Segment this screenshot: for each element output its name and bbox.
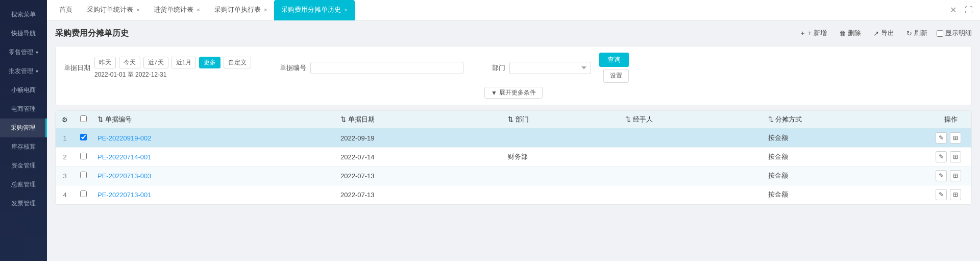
row-select-checkbox-1[interactable] [80, 134, 87, 140]
sidebar-item-search-menu[interactable]: 搜索菜单 [0, 5, 47, 24]
tab-purchase-order-stats[interactable]: 采购订单统计表× [80, 0, 146, 20]
row-select-checkbox-3[interactable] [80, 172, 87, 178]
order-no-field: 单据编号 [280, 62, 463, 74]
custom-btn[interactable]: 自定义 [224, 57, 251, 68]
th-checkbox [74, 111, 92, 129]
select-all-checkbox[interactable] [80, 115, 87, 122]
th-order-date[interactable]: ⇅ 单据日期 [335, 111, 503, 129]
last7days-btn[interactable]: 近7天 [143, 57, 168, 68]
edit-button-4[interactable]: ✎ [936, 189, 947, 200]
sidebar-item-purchase-mgmt[interactable]: 采购管理 [0, 118, 47, 137]
tab-purchase-cost-history[interactable]: 采购费用分摊单历史× [274, 0, 354, 20]
tab-close-purchase-order-exec[interactable]: × [264, 7, 267, 13]
action-buttons-3: ✎ ⊞ [936, 170, 966, 181]
sidebar-item-inventory[interactable]: 库存核算 [0, 137, 47, 156]
expand-row: ▼ 展开更多条件 [64, 87, 963, 99]
row-split-method-1: 按金额 [763, 129, 931, 148]
table-row: 2 PE-20220714-001 2022-07-14 财务部 按金额 ✎ ⊞ [56, 148, 971, 167]
sidebar-item-invoice-mgmt[interactable]: 发票管理 [0, 194, 47, 213]
tab-close-purchase-order-stats[interactable]: × [136, 7, 139, 13]
sidebar-item-finance-mgmt[interactable]: 资金管理 [0, 156, 47, 175]
sidebar-item-ecommerce-mgmt[interactable]: 电商管理 [0, 100, 47, 118]
tab-home[interactable]: 首页 [52, 0, 80, 20]
detail-button-3[interactable]: ⊞ [950, 170, 961, 181]
delete-button[interactable]: 🗑 删除 [836, 27, 864, 40]
date-filter-field: 单据日期 昨天 今天 近7天 近1月 更多 自定义 2022-01-01 至 2… [64, 57, 251, 79]
tab-close-purchase-cost-history[interactable]: × [344, 7, 347, 13]
today-btn[interactable]: 今天 [119, 57, 140, 68]
sidebar-item-mini-ecommerce[interactable]: 小畅电商 [0, 81, 47, 100]
query-button[interactable]: 查询 [599, 53, 629, 67]
yesterday-btn[interactable]: 昨天 [94, 57, 116, 68]
sort-icon-order-no: ⇅ [97, 115, 103, 123]
tab-purchase-order-exec[interactable]: 采购订单执行表× [207, 0, 274, 20]
refresh-button[interactable]: ↻ 刷新 [903, 27, 930, 40]
th-dept[interactable]: ⇅ 部门 [503, 111, 620, 129]
action-buttons-1: ✎ ⊞ [936, 132, 966, 144]
search-settings-button[interactable]: 设置 [603, 69, 629, 83]
more-btn[interactable]: 更多 [199, 57, 220, 68]
row-split-method-2: 按金额 [763, 148, 931, 167]
detail-button-2[interactable]: ⊞ [950, 151, 961, 162]
tab-label-purchase-order-exec: 采购订单执行表 [214, 5, 261, 14]
edit-button-2[interactable]: ✎ [936, 151, 947, 162]
maximize-window-icon[interactable]: ⛶ [963, 5, 975, 16]
row-order-no-2: PE-20220714-001 [92, 148, 335, 167]
edit-button-3[interactable]: ✎ [936, 170, 947, 181]
tab-incoming-stats[interactable]: 进货单统计表× [146, 0, 207, 20]
detail-button-1[interactable]: ⊞ [950, 132, 961, 144]
order-no-link-3[interactable]: PE-20220713-003 [97, 172, 152, 180]
row-num-2: 2 [56, 148, 74, 167]
detail-button-4[interactable]: ⊞ [950, 189, 961, 200]
row-dept-3 [503, 167, 620, 185]
data-table: ⚙ ⇅ 单据编号 ⇅ 单据日期 ⇅ [56, 111, 971, 204]
data-table-wrapper: ⚙ ⇅ 单据编号 ⇅ 单据日期 ⇅ [55, 110, 972, 205]
sidebar-item-quick-nav[interactable]: 快捷导航 [0, 24, 47, 43]
order-no-label: 单据编号 [280, 63, 306, 73]
sidebar-item-ledger-mgmt[interactable]: 总账管理 [0, 175, 47, 194]
tab-label-home: 首页 [59, 5, 72, 14]
row-checkbox-3 [74, 167, 92, 185]
show-cols-checkbox[interactable] [937, 30, 943, 37]
row-num-1: 1 [56, 129, 74, 148]
table-body: 1 PE-20220919-002 2022-09-19 按金额 ✎ ⊞ 2 [56, 129, 971, 204]
edit-button-1[interactable]: ✎ [936, 132, 947, 144]
row-select-checkbox-2[interactable] [80, 153, 87, 159]
expand-more-btn[interactable]: ▼ 展开更多条件 [484, 87, 543, 99]
row-split-method-4: 按金额 [763, 185, 931, 204]
date-label: 单据日期 [64, 63, 90, 73]
row-actions-3: ✎ ⊞ [930, 167, 971, 185]
dept-select[interactable]: 财务部 [509, 62, 591, 74]
tab-close-incoming-stats[interactable]: × [197, 7, 200, 13]
row-checkbox-4 [74, 185, 92, 204]
show-cols-toggle[interactable]: 显示明细 [937, 29, 972, 38]
th-split-method[interactable]: ⇅ 分摊方式 [763, 111, 931, 129]
chevron-icon: ▾ [34, 50, 38, 55]
export-label: 导出 [881, 29, 894, 38]
page-title: 采购费用分摊单历史 [55, 28, 129, 39]
tab-bar: 首页采购订单统计表×进货单统计表×采购订单执行表×采购费用分摊单历史× ✕ ⛶ [47, 0, 980, 20]
chevron-icon: ▾ [34, 68, 38, 74]
last1month-btn[interactable]: 近1月 [172, 57, 197, 68]
row-order-no-3: PE-20220713-003 [92, 167, 335, 185]
row-order-date-1: 2022-09-19 [335, 129, 503, 148]
th-settings[interactable]: ⚙ [56, 111, 74, 129]
tab-label-incoming-stats: 进货单统计表 [154, 5, 193, 14]
order-no-input[interactable] [310, 62, 463, 74]
sidebar-item-retail-mgmt[interactable]: 零售管理 ▾ [0, 43, 47, 62]
add-button[interactable]: ＋ + 新增 [796, 27, 830, 40]
export-button[interactable]: ↗ 导出 [870, 27, 897, 40]
sort-icon-order-date: ⇅ [340, 115, 346, 123]
row-dept-1 [503, 129, 620, 148]
close-window-icon[interactable]: ✕ [948, 4, 959, 16]
th-handler[interactable]: ⇅ 经手人 [620, 111, 763, 129]
row-order-no-4: PE-20220713-001 [92, 185, 335, 204]
row-order-date-3: 2022-07-13 [335, 167, 503, 185]
row-select-checkbox-4[interactable] [80, 191, 87, 197]
order-no-link-1[interactable]: PE-20220919-002 [97, 134, 152, 142]
table-row: 3 PE-20220713-003 2022-07-13 按金额 ✎ ⊞ [56, 167, 971, 185]
sidebar-item-wholesale-mgmt[interactable]: 批发管理 ▾ [0, 62, 47, 81]
order-no-link-4[interactable]: PE-20220713-001 [97, 191, 152, 199]
th-order-no[interactable]: ⇅ 单据编号 [92, 111, 335, 129]
order-no-link-2[interactable]: PE-20220714-001 [97, 153, 152, 161]
